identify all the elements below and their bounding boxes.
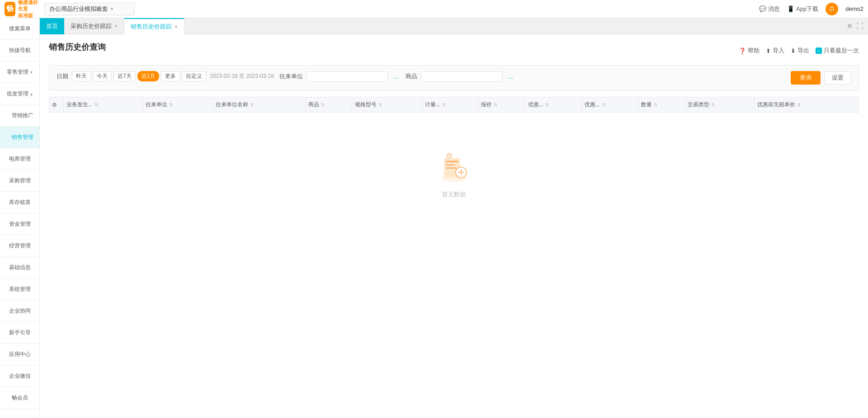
sidebar-item-basic-info[interactable]: 基础信息 [0, 257, 39, 279]
th-partner-name[interactable]: 往来单位名称 ⇅ [212, 97, 305, 113]
sort-icon: ⇅ [250, 102, 254, 107]
partner-filter-group: 往来单位 ... [279, 71, 401, 82]
sidebar-item-enterprise-wechat[interactable]: 企业微信 [0, 366, 39, 387]
sidebar-item-label: 企业协同 [9, 307, 31, 315]
sidebar-item-vip-member[interactable]: 畅会员 [0, 387, 39, 409]
th-discount1[interactable]: 优惠... ⇅ [525, 97, 582, 113]
home-tab-label: 首页 [46, 22, 58, 30]
goods-input[interactable] [421, 71, 502, 82]
app-download-button[interactable]: 📱 App下载 [787, 5, 818, 13]
tabs-bar: 首页 采购历史价跟踪 × 销售历史价跟踪 × ✕ ⛶ [40, 18, 868, 34]
sidebar-item-ops-mgmt[interactable]: 经营管理 [0, 235, 39, 257]
th-biz-date[interactable]: 业务发生... ⇅ [64, 97, 143, 113]
th-goods[interactable]: 商品 ⇅ [305, 97, 352, 113]
sidebar-item-label: 批发管理 [7, 90, 28, 98]
sort-icon: ⇅ [169, 102, 173, 107]
avatar-text: D [830, 6, 834, 12]
th-spec[interactable]: 规格型号 ⇅ [352, 97, 422, 113]
help-icon: ❓ [739, 48, 746, 54]
logo-area: 畅 畅捷通好生意标准版 [5, 0, 41, 19]
sidebar-item-marketing[interactable]: 营销推广 [0, 105, 39, 127]
sidebar-item-app-center[interactable]: 应用中心 [0, 344, 39, 366]
import-icon: ⬆ [766, 48, 771, 54]
close-all-tabs-icon[interactable]: ✕ [847, 22, 853, 30]
sidebar-item-label: 快捷导航 [9, 47, 31, 54]
page-top-bar: 销售历史价查询 ❓ 帮助 ⬆ 导入 ⬇ 导出 [49, 42, 859, 60]
date-btn-custom[interactable]: 自定义 [182, 71, 206, 81]
sidebar-item-purchase-mgmt[interactable]: 采购管理 [0, 170, 39, 192]
sidebar-item-ecommerce-mgmt[interactable]: 电商管理 [0, 148, 39, 170]
import-button[interactable]: ⬆ 导入 [766, 47, 784, 55]
filter-actions: 查询 设置 [791, 71, 851, 85]
help-button[interactable]: ❓ 帮助 [739, 47, 760, 55]
sort-icon: ⇅ [711, 102, 715, 107]
tab-sales-history[interactable]: 销售历史价跟踪 × [124, 18, 184, 34]
th-quantity[interactable]: 数量 ⇅ [638, 97, 685, 113]
sidebar-item-enterprise-coop[interactable]: 企业协同 [0, 300, 39, 322]
user-avatar[interactable]: D [826, 3, 838, 15]
sidebar-item-retail-mgmt[interactable]: 零售管理 ▾ [0, 62, 39, 83]
th-partner-code[interactable]: 往来单位 ⇅ [143, 97, 212, 113]
date-btn-yesterday[interactable]: 昨天 [72, 71, 91, 81]
sort-icon: ⇅ [442, 102, 446, 107]
message-button[interactable]: 💬 消息 [759, 5, 780, 13]
sidebar-item-newcomer-guide[interactable]: 新手引导 [0, 322, 39, 344]
sort-icon: ⇅ [378, 102, 382, 107]
th-quote[interactable]: 报价 ⇅ [478, 97, 525, 113]
sort-icon: ⇅ [494, 102, 497, 107]
query-button[interactable]: 查询 [791, 71, 821, 85]
partner-input[interactable] [307, 71, 388, 82]
help-label: 帮助 [748, 47, 760, 55]
message-icon: 💬 [759, 5, 766, 12]
sidebar-item-sales-mgmt[interactable]: 销售管理 [0, 127, 39, 148]
page-title: 销售历史价查询 [49, 42, 106, 52]
app-title-selector[interactable]: 办公用品行业模拟账套 ▾ [44, 3, 135, 15]
date-filter-row: 日期 昨天 今天 近7天 近1月 更多 自定义 2023-02-18 至 202… [57, 71, 274, 81]
th-pretax-price[interactable]: 优惠前无税单价 ⇅ [755, 97, 859, 113]
settings-button[interactable]: 设置 [824, 71, 851, 85]
sidebar-item-quick-nav[interactable]: 快捷导航 [0, 40, 39, 62]
export-button[interactable]: ⬇ 导出 [791, 47, 809, 55]
sidebar-item-finance-mgmt[interactable]: 资金管理 [0, 214, 39, 235]
date-btn-today[interactable]: 今天 [93, 71, 112, 81]
sidebar-item-label: 新手引导 [9, 329, 31, 337]
close-tab2-icon[interactable]: × [175, 24, 178, 30]
empty-state-icon [436, 149, 472, 185]
th-trade-type[interactable]: 交易类型 ⇅ [685, 97, 755, 113]
only-last-checkbox[interactable]: 只看最后一次 [816, 47, 859, 55]
user-name[interactable]: demo2 [845, 5, 863, 12]
date-btn-more[interactable]: 更多 [161, 71, 180, 81]
sort-icon: ⇅ [94, 102, 98, 107]
date-buttons: 昨天 今天 近7天 近1月 更多 自定义 [72, 71, 206, 81]
logo-text: 畅捷通好生意标准版 [18, 0, 41, 19]
topbar-left: 畅 畅捷通好生意标准版 办公用品行业模拟账套 ▾ [5, 0, 135, 19]
sidebar-item-label: 基础信息 [9, 264, 31, 271]
partner-picker-icon[interactable]: ... [392, 73, 401, 80]
svg-rect-4 [446, 167, 457, 169]
sort-icon: ⇅ [602, 102, 605, 107]
sidebar-item-system-mgmt[interactable]: 系统管理 [0, 279, 39, 300]
sidebar-item-label: 应用中心 [9, 351, 31, 358]
sidebar-item-inventory-check[interactable]: 库存核算 [0, 192, 39, 214]
sidebar-item-wholesale-mgmt[interactable]: 批发管理 ▴ [0, 83, 39, 105]
close-tab1-icon[interactable]: × [114, 23, 118, 29]
logo-symbol: 畅 [6, 4, 14, 14]
tab-home[interactable]: 首页 [40, 18, 64, 34]
svg-rect-2 [446, 161, 458, 162]
app-download-label: App下载 [796, 5, 818, 13]
th-discount2[interactable]: 优惠... ⇅ [581, 97, 638, 113]
date-range-text: 2023-02-18 至 2023-03-18 [210, 72, 274, 80]
th-unit[interactable]: 计量... ⇅ [422, 97, 478, 113]
date-btn-last1month[interactable]: 近1月 [137, 71, 160, 81]
tab-purchase-history[interactable]: 采购历史价跟踪 × [64, 18, 124, 34]
th-gear[interactable]: ⚙ [49, 97, 64, 113]
expand-icon[interactable]: ⛶ [856, 22, 863, 30]
date-btn-last7days[interactable]: 近7天 [113, 71, 136, 81]
sidebar-item-search-menu[interactable]: 搜索菜单 [0, 18, 39, 40]
sidebar: 搜索菜单 快捷导航 零售管理 ▾ 批发管理 ▴ 营销推广 销售管理 电商管理 采 [0, 18, 40, 418]
svg-rect-3 [446, 164, 455, 166]
chevron-down-icon: ▾ [30, 70, 33, 75]
message-label: 消息 [768, 5, 780, 13]
goods-picker-icon[interactable]: ... [506, 73, 515, 80]
sidebar-item-label: 资金管理 [9, 220, 31, 228]
